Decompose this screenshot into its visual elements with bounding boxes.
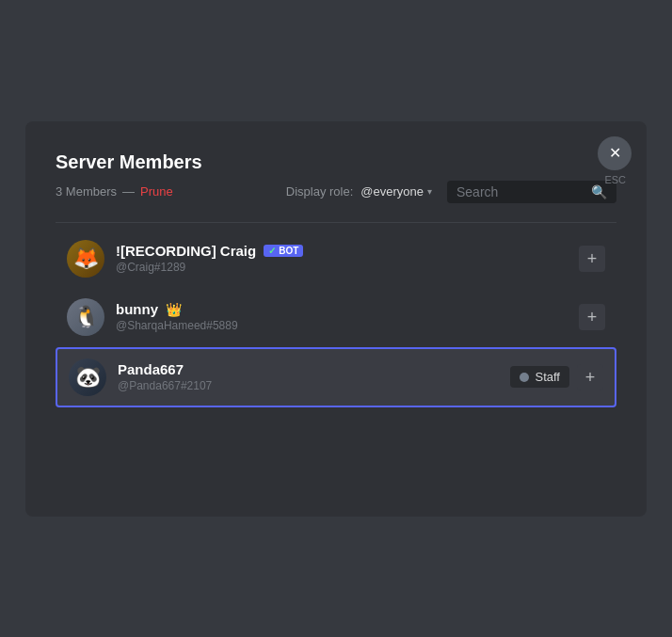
table-row[interactable]: 🐼 Panda667 @Panda667#2107 Staff +	[56, 347, 616, 407]
chevron-down-icon: ▾	[427, 186, 432, 197]
member-name-row: ![RECORDING] Craig ✓ BOT	[116, 243, 568, 259]
member-info: Panda667 @Panda667#2107	[118, 361, 499, 392]
member-handle: @SharqaHameed#5889	[116, 319, 568, 332]
search-input[interactable]	[456, 184, 585, 199]
member-name-row: Panda667	[118, 361, 499, 377]
prune-link[interactable]: Prune	[140, 184, 173, 199]
table-row[interactable]: 🐧 bunny 👑 @SharqaHameed#5889 +	[56, 289, 616, 345]
separator: —	[122, 184, 135, 199]
role-dropdown[interactable]: @everyone ▾	[360, 184, 432, 199]
member-name: ![RECORDING] Craig	[116, 243, 256, 259]
member-name: Panda667	[118, 361, 184, 377]
plus-icon: +	[587, 250, 598, 267]
role-tag-label: Staff	[535, 370, 560, 384]
avatar: 🦊	[67, 240, 104, 278]
close-icon: ✕	[609, 144, 621, 162]
page-title: Server Members	[56, 151, 616, 173]
role-dropdown-value: @everyone	[360, 184, 424, 199]
member-actions: +	[579, 246, 605, 272]
server-members-modal: ✕ ESC Server Members 3 Members — Prune D…	[25, 121, 647, 517]
member-name-row: bunny 👑	[116, 301, 568, 317]
search-box[interactable]: 🔍	[447, 181, 616, 203]
esc-label: ESC	[604, 174, 626, 185]
member-handle: @Craig#1289	[116, 261, 568, 274]
bot-check-icon: ✓	[268, 246, 276, 256]
member-count: 3 Members	[56, 184, 117, 199]
display-role-label: Display role:	[286, 184, 354, 199]
plus-icon: +	[585, 369, 596, 386]
bot-badge-label: BOT	[279, 246, 298, 256]
search-icon: 🔍	[591, 184, 607, 199]
member-actions: +	[579, 304, 605, 330]
close-button[interactable]: ✕	[598, 136, 632, 170]
crown-icon: 👑	[166, 302, 182, 317]
role-dot	[520, 373, 529, 382]
add-role-button[interactable]: +	[577, 364, 603, 390]
member-info: bunny 👑 @SharqaHameed#5889	[116, 301, 568, 332]
plus-icon: +	[587, 309, 598, 326]
subheader: 3 Members — Prune Display role: @everyon…	[56, 181, 616, 203]
member-info: ![RECORDING] Craig ✓ BOT @Craig#1289	[116, 243, 568, 274]
add-role-button[interactable]: +	[579, 304, 605, 330]
divider	[56, 222, 616, 223]
table-row[interactable]: 🦊 ![RECORDING] Craig ✓ BOT @Craig#1289 +	[56, 231, 616, 287]
role-tag: Staff	[510, 366, 569, 388]
modal-header: Server Members	[56, 151, 616, 173]
avatar: 🐧	[67, 298, 104, 336]
member-name: bunny	[116, 301, 158, 317]
members-list: 🦊 ![RECORDING] Craig ✓ BOT @Craig#1289 +	[56, 231, 616, 407]
member-handle: @Panda667#2107	[118, 379, 499, 392]
avatar: 🐼	[69, 358, 106, 396]
add-role-button[interactable]: +	[579, 246, 605, 272]
bot-badge: ✓ BOT	[264, 245, 303, 257]
display-role-section: Display role: @everyone ▾	[286, 184, 432, 199]
member-actions: Staff +	[510, 364, 603, 390]
